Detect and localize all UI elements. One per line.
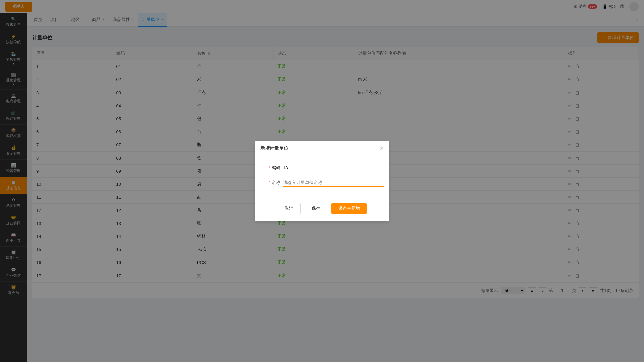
modal-close-button[interactable]: ✕: [379, 145, 384, 152]
code-label: 编码: [260, 165, 280, 171]
name-input[interactable]: [283, 179, 384, 187]
save-and-new-button[interactable]: 保存并新增: [331, 203, 367, 214]
modal-body: 编码 名称: [255, 156, 389, 199]
code-input[interactable]: [283, 164, 384, 172]
save-button[interactable]: 保存: [305, 203, 327, 214]
add-unit-modal: 新增计量单位 ✕ 编码 名称 取消 保存 保存并新增: [255, 141, 389, 221]
name-label: 名称: [260, 180, 280, 186]
modal-title: 新增计量单位: [260, 145, 288, 152]
cancel-button[interactable]: 取消: [278, 203, 301, 214]
form-item-name: 名称: [260, 179, 384, 187]
modal-header: 新增计量单位 ✕: [255, 141, 389, 156]
modal-footer: 取消 保存 保存并新增: [255, 199, 389, 221]
form-item-code: 编码: [260, 164, 384, 172]
modal-overlay[interactable]: 新增计量单位 ✕ 编码 名称 取消 保存 保存并新增: [0, 0, 644, 362]
